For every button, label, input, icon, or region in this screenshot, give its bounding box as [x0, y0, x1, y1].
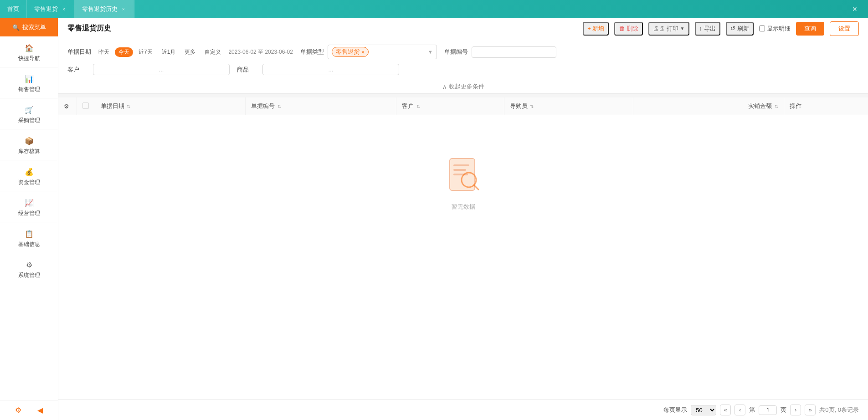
sidebar-item-sales[interactable]: 📊 销售管理 — [0, 67, 58, 98]
purchase-icon: 🛒 — [24, 105, 34, 115]
collapse-icon: ∧ — [442, 83, 447, 90]
sidebar-search[interactable]: 🔍 搜索菜单 — [0, 18, 58, 36]
voucher-type-dropdown-icon: ▼ — [428, 49, 433, 55]
col-date[interactable]: 单据日期 ⇅ — [95, 97, 246, 115]
refresh-label: 刷新 — [737, 25, 749, 33]
sidebar-item-finance[interactable]: 💰 资金管理 — [0, 160, 58, 191]
per-page-select[interactable]: 50 20 100 — [691, 405, 716, 415]
purchase-label: 采购管理 — [18, 117, 40, 124]
prev-page-button[interactable]: ‹ — [734, 405, 745, 415]
query-button[interactable]: 查询 — [796, 22, 824, 36]
collapse-bar[interactable]: ∧ 收起更多条件 — [67, 80, 859, 93]
first-page-button[interactable]: « — [720, 405, 731, 415]
voucher-type-select[interactable]: 零售退货 × ▼ — [328, 45, 437, 59]
voucher-type-label: 单据类型 — [300, 48, 324, 56]
pagination-bar: 每页显示 50 20 100 « ‹ 第 页 › » 共0页, 0条记录 — [58, 400, 868, 420]
date-yesterday[interactable]: 昨天 — [95, 47, 113, 57]
tab-home[interactable]: 首页 — [0, 0, 27, 18]
show-detail-checkbox[interactable]: 显示明细 — [759, 25, 791, 33]
export-button[interactable]: ↑ 导出 — [695, 22, 721, 36]
col-customer[interactable]: 客户 ⇅ — [396, 97, 504, 115]
date-today[interactable]: 今天 — [115, 47, 133, 57]
content-area: 零售退货历史 + 新增 🗑 删除 🖨 🖨 打印 ▼ ↑ 导出 ↺ 刷新 — [58, 18, 868, 420]
col-date-label: 单据日期 — [101, 102, 124, 109]
sidebar-search-label: 搜索菜单 — [22, 23, 46, 31]
tab-retail-return-history-label: 零售退货历史 — [82, 5, 118, 13]
col-action: 操作 — [784, 97, 868, 115]
table-settings-icon[interactable]: ⚙ — [64, 103, 69, 110]
window-close-button[interactable]: × — [848, 3, 861, 16]
refresh-button[interactable]: ↺ 刷新 — [726, 22, 754, 36]
tab-home-label: 首页 — [7, 5, 19, 13]
tab-retail-return-history[interactable]: 零售退货历史 × — [75, 0, 134, 18]
tab-retail-return[interactable]: 零售退货 × — [27, 0, 75, 18]
col-check[interactable] — [77, 97, 95, 115]
collapse-label: 收起更多条件 — [449, 82, 484, 91]
export-label: 导出 — [704, 25, 716, 33]
tab-list: 首页 零售退货 × 零售退货历史 × — [0, 0, 848, 18]
sidebar-settings-button[interactable]: ⚙ — [15, 406, 21, 415]
tag-close-icon[interactable]: × — [361, 49, 365, 56]
date-more[interactable]: 更多 — [181, 47, 199, 57]
delete-button[interactable]: 🗑 删除 — [614, 22, 643, 36]
goods-placeholder: ... — [329, 66, 334, 73]
new-button[interactable]: + 新增 — [583, 22, 609, 36]
sidebar-item-quick-nav[interactable]: 🏠 快捷导航 — [0, 36, 58, 67]
date-1month[interactable]: 近1月 — [158, 47, 180, 57]
sales-icon: 📊 — [24, 74, 34, 84]
col-customer-sort: ⇅ — [416, 104, 420, 109]
date-custom[interactable]: 自定义 — [201, 47, 225, 57]
voucher-type-filter: 单据类型 零售退货 × ▼ — [300, 45, 437, 59]
voucher-type-value: 零售退货 — [336, 48, 360, 56]
settings-button[interactable]: 设置 — [830, 21, 859, 36]
quick-nav-label: 快捷导航 — [18, 55, 40, 62]
operations-label: 经营管理 — [18, 210, 40, 217]
col-customer-label: 客户 — [402, 102, 414, 109]
print-dropdown-icon: ▼ — [680, 26, 685, 31]
tab-retail-return-history-close[interactable]: × — [120, 6, 127, 12]
header-actions: + 新增 🗑 删除 🖨 🖨 打印 ▼ ↑ 导出 ↺ 刷新 显示明细 — [583, 21, 859, 36]
voucher-type-tag: 零售退货 × — [332, 47, 369, 57]
sidebar-item-basic-info[interactable]: 📋 基础信息 — [0, 222, 58, 253]
last-page-button[interactable]: » — [805, 405, 816, 415]
col-guide[interactable]: 导购员 ⇅ — [504, 97, 633, 115]
print-button[interactable]: 🖨 🖨 打印 ▼ — [648, 22, 689, 36]
page-label: 第 — [749, 406, 755, 414]
sidebar-item-system[interactable]: ⚙ 系统管理 — [0, 253, 58, 284]
col-guide-label: 导购员 — [510, 102, 528, 109]
date-7days[interactable]: 近7天 — [135, 47, 156, 57]
col-amount[interactable]: 实销金额 ⇅ — [633, 97, 784, 115]
sidebar-item-inventory[interactable]: 📦 库存核算 — [0, 129, 58, 160]
page-input[interactable] — [759, 405, 777, 415]
finance-label: 资金管理 — [18, 179, 40, 186]
date-range-display: 2023-06-02 至 2023-06-02 — [228, 48, 293, 56]
page-header: 零售退货历史 + 新增 🗑 删除 🖨 🖨 打印 ▼ ↑ 导出 ↺ 刷新 — [58, 18, 868, 39]
svg-rect-1 — [453, 164, 469, 166]
next-page-button[interactable]: › — [790, 405, 801, 415]
col-date-sort: ⇅ — [127, 104, 130, 109]
col-settings[interactable]: ⚙ — [58, 97, 77, 115]
filter-area: 单据日期 昨天 今天 近7天 近1月 更多 自定义 2023-06-02 至 2… — [58, 39, 868, 94]
show-detail-input[interactable] — [759, 26, 765, 31]
inventory-label: 库存核算 — [18, 148, 40, 155]
data-table: ⚙ 单据日期 ⇅ 单据编号 ⇅ — [58, 97, 868, 247]
table-wrapper: ⚙ 单据日期 ⇅ 单据编号 ⇅ — [58, 97, 868, 400]
customer-filter: 客户 ... — [67, 64, 230, 75]
voucher-no-input[interactable] — [472, 46, 556, 58]
customer-input[interactable]: ... — [93, 64, 230, 75]
sidebar-item-purchase[interactable]: 🛒 采购管理 — [0, 98, 58, 129]
tab-retail-return-close[interactable]: × — [61, 6, 67, 12]
col-action-label: 操作 — [790, 102, 801, 109]
inventory-icon: 📦 — [24, 136, 34, 146]
empty-text: 暂无数据 — [452, 203, 475, 211]
sidebar-collapse-button[interactable]: ◀ — [37, 406, 43, 415]
col-voucher-no-sort: ⇅ — [277, 104, 281, 109]
col-voucher-no[interactable]: 单据编号 ⇅ — [246, 97, 396, 115]
select-all-checkbox[interactable] — [82, 102, 89, 109]
sidebar-item-operations[interactable]: 📈 经营管理 — [0, 191, 58, 222]
print-label: 🖨 打印 — [659, 25, 678, 33]
tab-retail-return-label: 零售退货 — [34, 5, 58, 13]
goods-input[interactable]: ... — [262, 64, 399, 75]
svg-point-6 — [465, 176, 469, 180]
customer-filter-label: 客户 — [67, 66, 89, 74]
